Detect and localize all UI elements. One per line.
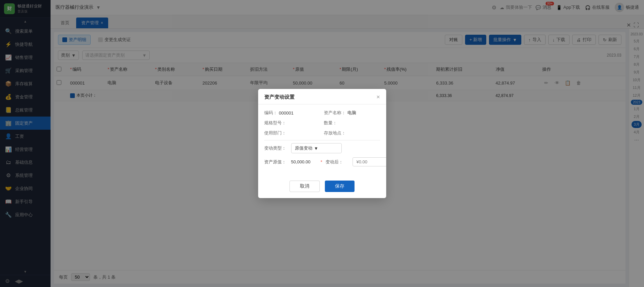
asset-change-dialog: 资产变动设置 × 编码： 000001 资产名称： 电脑 规格型号： [258,89,386,198]
save-button[interactable]: 保存 [325,181,355,192]
dialog-footer: 取消 保存 [258,177,386,198]
dialog-row-1: 编码： 000001 资产名称： 电脑 [264,110,380,116]
dialog-row-3: 使用部门： 存放地点： [264,130,380,136]
dialog-header: 资产变动设置 × [258,89,386,104]
name-value: 电脑 [347,110,356,116]
change-type-select[interactable]: 原值变动 ▼ [291,143,342,153]
code-value: 000001 [279,110,294,116]
name-label: 资产名称： [324,110,346,116]
field-spec: 规格型号： [264,120,320,126]
spec-label: 规格型号： [264,120,286,126]
location-label: 存放地点： [324,130,346,136]
dialog-change-type-row: 变动类型： 原值变动 ▼ [264,143,380,153]
after-label: 变动后： [326,159,349,165]
dialog-body: 编码： 000001 资产名称： 电脑 规格型号： 数量： [258,104,386,177]
dialog-title: 资产变动设置 [264,94,295,100]
change-type-dropdown-icon: ▼ [314,146,318,151]
field-code: 编码： 000001 [264,110,320,116]
dialog-close-icon[interactable]: × [376,94,380,101]
quantity-label: 数量： [324,120,337,126]
original-value: 50,000.00 [291,159,311,164]
dialog-row-2: 规格型号： 数量： [264,120,380,126]
after-value-input[interactable] [352,157,386,166]
change-type-value: 原值变动 [295,145,312,151]
dialog-divider [264,140,380,140]
dept-label: 使用部门： [264,130,286,136]
change-type-label: 变动类型： [264,145,288,151]
field-location: 存放地点： [324,130,380,136]
original-value-label: 资产原值： [264,159,288,165]
field-dept: 使用部门： [264,130,320,136]
cancel-button[interactable]: 取消 [289,181,320,192]
code-label: 编码： [264,110,277,116]
field-quantity: 数量： [324,120,380,126]
field-name: 资产名称： 电脑 [324,110,380,116]
dialog-value-row: 资产原值： 50,000.00 * 变动后： [264,157,380,166]
required-after-icon: * [320,159,322,164]
modal-overlay: 资产变动设置 × 编码： 000001 资产名称： 电脑 规格型号： [0,0,644,287]
